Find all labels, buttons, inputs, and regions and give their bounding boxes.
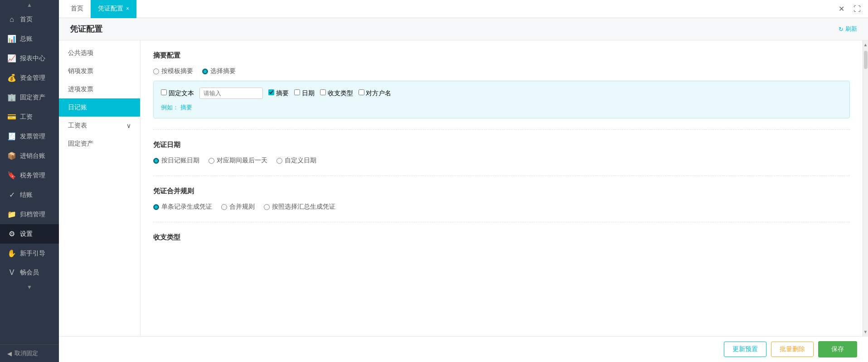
checkbox-summary-label[interactable]: 摘要 bbox=[268, 89, 289, 98]
radio-single-label[interactable]: 单条记录生成凭证 bbox=[153, 203, 212, 211]
checkbox-fixed-text[interactable] bbox=[161, 89, 167, 95]
radio-journal-date[interactable] bbox=[153, 158, 159, 164]
summary-box: 固定文本 摘要 日期 收支类型 bbox=[153, 81, 850, 118]
sidebar-scroll-up[interactable]: ▲ bbox=[0, 0, 59, 10]
content-area: 公共选项 销项发票 进项发票 日记账 工资表 ∨ 固定资产 摘要配置 bbox=[59, 40, 868, 336]
settlement-icon: ✓ bbox=[7, 191, 16, 199]
radio-journal-date-label[interactable]: 按日记账日期 bbox=[153, 157, 199, 165]
refresh-icon: ↻ bbox=[839, 26, 844, 33]
radio-group-label[interactable]: 按照选择汇总生成凭证 bbox=[264, 203, 335, 211]
guide-icon: ✋ bbox=[7, 249, 16, 258]
sidebar-item-guide[interactable]: ✋ 新手引导 bbox=[0, 244, 59, 263]
income-section-title: 收支类型 bbox=[153, 233, 850, 242]
date-section-title: 凭证日期 bbox=[153, 141, 850, 149]
update-preview-button[interactable]: 更新预置 bbox=[724, 342, 766, 357]
merge-section: 凭证合并规则 单条记录生成凭证 合并规则 按照选择汇总生成凭证 bbox=[153, 187, 850, 222]
left-nav-fixed-assets[interactable]: 固定资产 bbox=[59, 135, 140, 153]
settings-icon: ⚙ bbox=[7, 230, 16, 238]
left-nav-payroll[interactable]: 工资表 ∨ bbox=[59, 117, 140, 135]
tab-close-button[interactable]: × bbox=[126, 5, 129, 12]
left-nav-public[interactable]: 公共选项 bbox=[59, 44, 140, 62]
checkbox-summary[interactable] bbox=[268, 89, 274, 95]
sidebar-item-settings[interactable]: ⚙ 设置 bbox=[0, 224, 59, 244]
sidebar-item-funds[interactable]: 💰 资金管理 bbox=[0, 68, 59, 88]
radio-merge-label[interactable]: 合并规则 bbox=[221, 203, 255, 211]
radio-period-last-label[interactable]: 对应期间最后一天 bbox=[209, 157, 267, 165]
radio-custom-date[interactable] bbox=[276, 158, 282, 164]
window-close-button[interactable]: ✕ bbox=[836, 4, 847, 14]
sidebar-item-reports[interactable]: 📈 报表中心 bbox=[0, 49, 59, 68]
radio-select-label[interactable]: 选择摘要 bbox=[202, 67, 236, 75]
merge-radio-row: 单条记录生成凭证 合并规则 按照选择汇总生成凭证 bbox=[153, 203, 850, 211]
left-nav-purchase-invoice[interactable]: 进项发票 bbox=[59, 80, 140, 98]
radio-period-last[interactable] bbox=[209, 158, 214, 164]
left-nav-sales-invoice[interactable]: 销项发票 bbox=[59, 62, 140, 80]
sidebar-item-home[interactable]: ⌂ 首页 bbox=[0, 10, 59, 29]
tab-voucher-config[interactable]: 凭证配置 × bbox=[91, 0, 136, 18]
radio-merge[interactable] bbox=[221, 204, 227, 210]
scroll-up-arrow[interactable]: ▲ bbox=[863, 40, 868, 49]
right-scrollbar: ▲ ▼ bbox=[863, 40, 868, 336]
fixed-text-input[interactable] bbox=[199, 88, 263, 99]
checkbox-date-label[interactable]: 日期 bbox=[294, 89, 315, 98]
sidebar-item-ledger[interactable]: 📊 总账 bbox=[0, 29, 59, 49]
radio-single[interactable] bbox=[153, 204, 159, 210]
page-title: 凭证配置 bbox=[70, 24, 102, 34]
right-content: 摘要配置 按模板摘要 选择摘要 固定文本 bbox=[141, 40, 863, 336]
summary-radio-row: 按模板摘要 选择摘要 bbox=[153, 67, 850, 75]
checkbox-income-type[interactable] bbox=[320, 89, 326, 95]
date-section: 凭证日期 按日记账日期 对应期间最后一天 自定义日期 bbox=[153, 141, 850, 176]
bottom-bar: 更新预置 批量删除 保存 bbox=[59, 336, 868, 362]
sidebar: ▲ ⌂ 首页 📊 总账 📈 报表中心 💰 资金管理 🏢 固定资产 💳 工资 🧾 … bbox=[0, 0, 59, 362]
merge-section-title: 凭证合并规则 bbox=[153, 187, 850, 196]
batch-delete-button[interactable]: 批量删除 bbox=[771, 342, 814, 357]
checkbox-fixed-text-label[interactable]: 固定文本 bbox=[161, 89, 194, 98]
sidebar-item-tax[interactable]: 🔖 税务管理 bbox=[0, 166, 59, 185]
reports-icon: 📈 bbox=[7, 54, 16, 63]
date-radio-row: 按日记账日期 对应期间最后一天 自定义日期 bbox=[153, 157, 850, 165]
summary-options-row: 固定文本 摘要 日期 收支类型 bbox=[161, 88, 842, 99]
income-section: 收支类型 bbox=[153, 233, 850, 260]
radio-custom-date-label[interactable]: 自定义日期 bbox=[276, 157, 316, 165]
wages-icon: 💳 bbox=[7, 113, 16, 121]
checkbox-counterpart[interactable] bbox=[359, 89, 364, 95]
page-header: 凭证配置 ↻ 刷新 bbox=[59, 18, 868, 40]
tab-bar: 首页 凭证配置 × ✕ ⛶ bbox=[59, 0, 868, 18]
ledger-icon: 📊 bbox=[7, 34, 16, 43]
summary-example: 例如： 摘要 bbox=[161, 103, 842, 112]
sidebar-item-purchase-sales[interactable]: 📦 进销台账 bbox=[0, 146, 59, 166]
sidebar-item-wages[interactable]: 💳 工资 bbox=[0, 107, 59, 127]
assets-icon: 🏢 bbox=[7, 93, 16, 102]
archive-icon: 📁 bbox=[7, 210, 16, 219]
refresh-button[interactable]: ↻ 刷新 bbox=[839, 25, 857, 33]
sidebar-item-assets[interactable]: 🏢 固定资产 bbox=[0, 88, 59, 107]
checkbox-date[interactable] bbox=[294, 89, 300, 95]
funds-icon: 💰 bbox=[7, 73, 16, 82]
save-button[interactable]: 保存 bbox=[818, 341, 857, 357]
sidebar-unpin-button[interactable]: ◀ 取消固定 bbox=[0, 344, 59, 362]
tab-home[interactable]: 首页 bbox=[63, 0, 91, 18]
scroll-thumb[interactable] bbox=[864, 51, 868, 69]
radio-template[interactable] bbox=[153, 68, 159, 74]
tab-controls: ✕ ⛶ bbox=[836, 4, 863, 14]
checkbox-counterpart-label[interactable]: 对方户名 bbox=[359, 89, 392, 98]
pin-icon: ◀ bbox=[7, 350, 12, 357]
radio-select[interactable] bbox=[202, 68, 208, 74]
home-icon: ⌂ bbox=[7, 15, 16, 24]
sidebar-item-archive[interactable]: 📁 归档管理 bbox=[0, 205, 59, 224]
window-maximize-button[interactable]: ⛶ bbox=[851, 4, 863, 14]
sidebar-item-settlement[interactable]: ✓ 结账 bbox=[0, 185, 59, 205]
left-nav-journal[interactable]: 日记账 bbox=[59, 98, 140, 117]
radio-group[interactable] bbox=[264, 204, 270, 210]
vip-icon: V bbox=[7, 269, 16, 277]
sidebar-item-invoice-mgmt[interactable]: 🧾 发票管理 bbox=[0, 127, 59, 146]
left-nav: 公共选项 销项发票 进项发票 日记账 工资表 ∨ 固定资产 bbox=[59, 40, 141, 336]
scroll-down-arrow[interactable]: ▼ bbox=[863, 328, 868, 336]
main-area: 首页 凭证配置 × ✕ ⛶ 凭证配置 ↻ 刷新 公共选项 销项发票 进项 bbox=[59, 0, 868, 362]
sidebar-item-vip[interactable]: V 畅会员 bbox=[0, 263, 59, 282]
sidebar-scroll-down[interactable]: ▼ bbox=[0, 282, 59, 292]
summary-section-title: 摘要配置 bbox=[153, 51, 850, 60]
summary-section: 摘要配置 按模板摘要 选择摘要 固定文本 bbox=[153, 51, 850, 130]
checkbox-income-type-label[interactable]: 收支类型 bbox=[320, 89, 353, 98]
radio-template-label[interactable]: 按模板摘要 bbox=[153, 67, 193, 75]
